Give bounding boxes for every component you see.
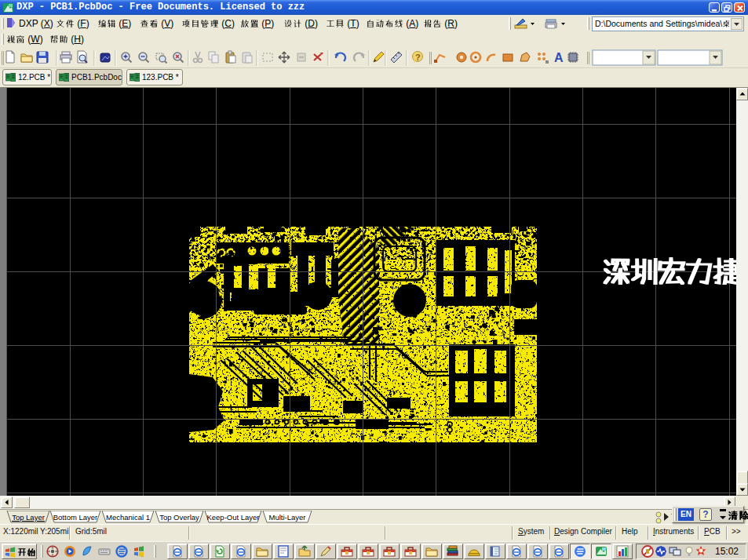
svg-text:Keep-Out Layer: Keep-Out Layer	[206, 513, 259, 522]
svg-text:Top Layer: Top Layer	[12, 513, 45, 522]
svg-text:?: ?	[415, 53, 421, 62]
svg-text:Bottom Layer: Bottom Layer	[53, 513, 98, 522]
svg-text:Top Overlay: Top Overlay	[159, 513, 199, 522]
svg-text:A: A	[554, 51, 564, 64]
svg-text:Mechanical 1: Mechanical 1	[106, 513, 150, 522]
svg-text:Multi-Layer: Multi-Layer	[269, 513, 306, 522]
